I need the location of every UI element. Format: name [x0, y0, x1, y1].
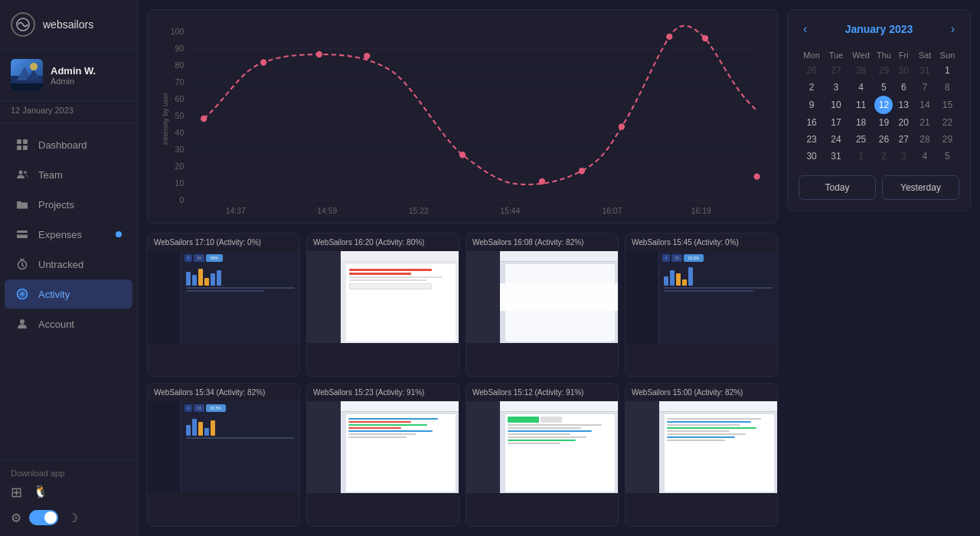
svg-text:100: 100 [171, 28, 185, 36]
calendar-day[interactable]: 3 [893, 148, 914, 165]
weekday-tue: Tue [825, 48, 848, 62]
calendar-day[interactable]: 14 [914, 96, 936, 114]
calendar-day[interactable]: 29 [936, 131, 959, 148]
grid-icon [15, 138, 29, 152]
calendar-day[interactable]: 25 [848, 131, 875, 148]
calendar-day[interactable]: 11 [848, 96, 875, 114]
expenses-badge [116, 231, 122, 237]
calendar-day[interactable]: 30 [893, 62, 914, 79]
sidebar-item-dashboard[interactable]: Dashboard [5, 130, 132, 159]
calendar-week: 23242526272829 [799, 131, 959, 148]
sidebar-item-projects[interactable]: Projects [5, 190, 132, 219]
calendar-day[interactable]: 26 [799, 62, 825, 79]
calendar-next-button[interactable]: › [946, 21, 959, 38]
calendar-header: ‹ January 2023 › [799, 21, 959, 38]
theme-toggle[interactable] [29, 510, 58, 525]
today-button[interactable]: Today [799, 175, 876, 200]
calendar-prev-button[interactable]: ‹ [799, 21, 812, 38]
calendar-day[interactable]: 23 [799, 131, 825, 148]
calendar-day[interactable]: 4 [848, 79, 875, 96]
calendar-day[interactable]: 30 [799, 148, 825, 165]
credit-card-icon [15, 227, 29, 241]
calendar-day[interactable]: 28 [914, 131, 936, 148]
calendar-day[interactable]: 8 [936, 79, 959, 96]
thumbnail-card-7[interactable]: WebSailors 15:12 (Activity: 91%) [466, 383, 619, 527]
sidebar-item-expenses[interactable]: Expenses [5, 220, 132, 249]
thumbnail-card-3[interactable]: WebSailors 16:08 (Activity: 82%) [466, 233, 619, 377]
thumbnail-card-6[interactable]: WebSailors 15:23 (Activity: 91%) [306, 383, 459, 527]
calendar-day[interactable]: 5 [936, 148, 959, 165]
calendar-day[interactable]: 4 [914, 148, 936, 165]
calendar-day[interactable]: 27 [893, 131, 914, 148]
calendar-day[interactable]: 13 [893, 96, 914, 114]
thumbnail-card-4[interactable]: WebSailors 15:45 (Activity: 0%) 4 33 82.… [625, 233, 778, 377]
left-panel: 100 90 80 70 60 50 40 30 20 10 0 Intensi… [147, 9, 778, 527]
toggle-thumb [44, 511, 57, 524]
calendar-day[interactable]: 15 [936, 96, 959, 114]
calendar-day[interactable]: 2 [799, 79, 825, 96]
calendar-day[interactable]: 16 [799, 114, 825, 131]
calendar-day[interactable]: 5 [874, 79, 893, 96]
calendar-day[interactable]: 6 [893, 79, 914, 96]
svg-point-59 [579, 168, 585, 174]
sidebar-item-untracked[interactable]: Untracked [5, 250, 132, 279]
yesterday-button[interactable]: Yesterday [882, 175, 959, 200]
settings-icon[interactable]: ⚙ [11, 511, 21, 525]
thumb-title-2: WebSailors 16:20 (Activity: 80%) [307, 234, 459, 251]
nav-label-account: Account [38, 319, 74, 330]
thumbnail-card-5[interactable]: WebSailors 15:34 (Activity: 82%) 4 33 82… [147, 383, 300, 527]
thumbnail-card-2[interactable]: WebSailors 16:20 (Activity: 80%) [306, 233, 459, 377]
sidebar: websailors [0, 0, 138, 536]
windows-icon[interactable]: ⊞ [11, 484, 22, 501]
weekday-sun: Sun [936, 48, 959, 62]
svg-rect-5 [11, 83, 43, 91]
sidebar-item-team[interactable]: Team [5, 160, 132, 189]
calendar-day[interactable]: 3 [825, 79, 848, 96]
thumb-title-6: WebSailors 15:23 (Activity: 91%) [307, 384, 459, 401]
calendar-day[interactable]: 10 [825, 96, 848, 114]
calendar-day[interactable]: 1 [848, 148, 875, 165]
calendar-day[interactable]: 7 [914, 79, 936, 96]
user-profile[interactable]: Admin W. Admin [0, 50, 137, 101]
nav-menu: Dashboard Team Projects [0, 123, 137, 460]
calendar-day[interactable]: 19 [874, 114, 893, 131]
sidebar-item-activity[interactable]: Activity [5, 279, 132, 309]
calendar-day[interactable]: 31 [825, 148, 848, 165]
calendar-day[interactable]: 20 [893, 114, 914, 131]
calendar-day[interactable]: 26 [874, 131, 893, 148]
calendar-day[interactable]: 21 [914, 114, 936, 131]
logo-text: websailors [43, 18, 93, 31]
calendar-day[interactable]: 9 [799, 96, 825, 114]
svg-line-18 [22, 265, 24, 266]
calendar-day[interactable]: 1 [936, 62, 959, 79]
sidebar-item-account[interactable]: Account [5, 309, 132, 338]
calendar-weekdays: Mon Tue Wed Thu Fri Sat Sun [799, 48, 959, 62]
calendar-week: 303112345 [799, 148, 959, 165]
calendar-day[interactable]: 28 [848, 62, 875, 79]
calendar-day[interactable]: 2 [874, 148, 893, 165]
nav-label-dashboard: Dashboard [38, 139, 87, 151]
logo-area: websailors [0, 0, 137, 50]
nav-label-expenses: Expenses [38, 229, 82, 240]
calendar-day[interactable]: 18 [848, 114, 875, 131]
calendar-day[interactable]: 22 [936, 114, 959, 131]
calendar-day[interactable]: 17 [825, 114, 848, 131]
svg-text:90: 90 [175, 44, 185, 53]
calendar-day[interactable]: 29 [874, 62, 893, 79]
thumbnail-card-1[interactable]: WebSailors 17:10 (Activity: 0%) 5 34 85% [147, 233, 300, 377]
avatar [11, 59, 43, 91]
person-icon [15, 317, 29, 331]
activity-chart: 100 90 80 70 60 50 40 30 20 10 0 Intensi… [147, 9, 778, 224]
weekday-wed: Wed [848, 48, 875, 62]
thumbnail-card-8[interactable]: WebSailors 15:00 (Activity: 82%) [625, 383, 778, 527]
thumbnails-grid: WebSailors 17:10 (Activity: 0%) 5 34 85% [147, 233, 778, 527]
calendar-day[interactable]: 31 [914, 62, 936, 79]
calendar-day[interactable]: 27 [825, 62, 848, 79]
calendar-week: 2627282930311 [799, 62, 959, 79]
calendar-day[interactable]: 24 [825, 131, 848, 148]
calendar-day[interactable]: 12 [874, 96, 893, 114]
svg-text:20: 20 [175, 162, 185, 171]
thumb-image-7 [466, 401, 618, 493]
linux-icon[interactable]: 🐧 [33, 484, 48, 501]
moon-icon: ☽ [67, 511, 78, 525]
